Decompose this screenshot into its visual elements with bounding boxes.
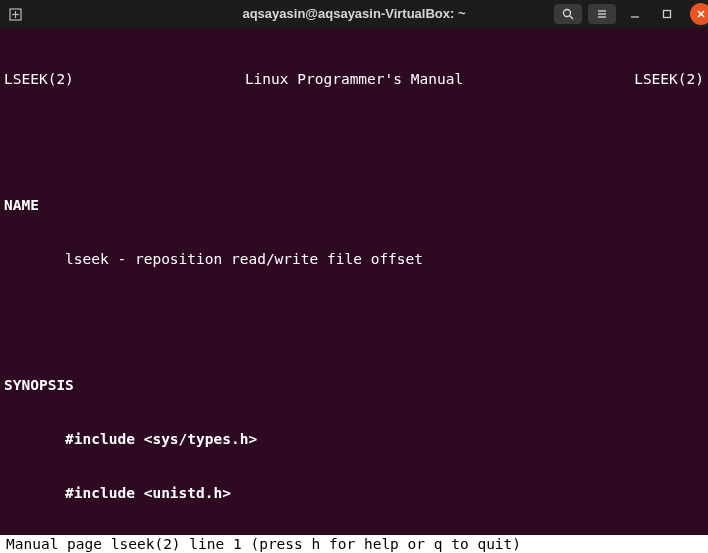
- man-header-center: Linux Programmer's Manual: [245, 70, 463, 88]
- maximize-button[interactable]: [654, 1, 680, 27]
- search-button[interactable]: [554, 4, 582, 24]
- titlebar-left: [0, 7, 22, 21]
- man-status-bar[interactable]: Manual page lseek(2) line 1 (press h for…: [0, 535, 708, 553]
- svg-rect-9: [664, 11, 671, 18]
- man-header-left: LSEEK(2): [4, 70, 74, 88]
- section-synopsis-header: SYNOPSIS: [4, 376, 704, 394]
- man-header-right: LSEEK(2): [634, 70, 704, 88]
- name-body: lseek - reposition read/write file offse…: [4, 250, 704, 268]
- section-name-header: NAME: [4, 196, 704, 214]
- include-line-2: #include <unistd.h>: [4, 484, 704, 502]
- man-header-line: LSEEK(2) Linux Programmer's Manual LSEEK…: [4, 64, 704, 88]
- svg-point-3: [564, 10, 571, 17]
- titlebar-right: [554, 1, 708, 27]
- svg-line-4: [570, 16, 573, 19]
- include-line-1: #include <sys/types.h>: [4, 430, 704, 448]
- new-tab-icon[interactable]: [8, 7, 22, 21]
- menu-button[interactable]: [588, 4, 616, 24]
- terminal-content: LSEEK(2) Linux Programmer's Manual LSEEK…: [0, 28, 708, 553]
- minimize-button[interactable]: [622, 1, 648, 27]
- window-titlebar: aqsayasin@aqsayasin-VirtualBox: ~: [0, 0, 708, 28]
- close-button[interactable]: [690, 3, 708, 25]
